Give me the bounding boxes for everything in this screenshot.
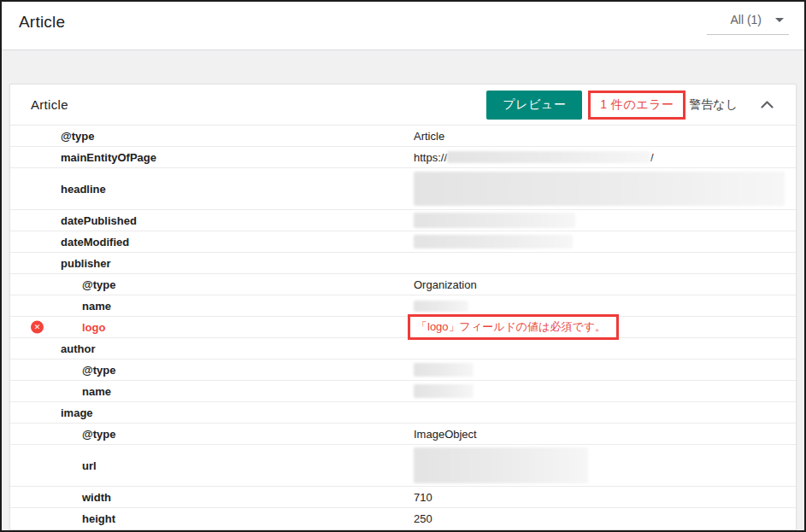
property-row-mainentityofpage: mainEntityOfPagehttps:/// [10,147,796,168]
window: Article All (1) Article プレビュー 1 件のエラー 警告… [0,0,806,532]
property-label: height [82,512,115,525]
property-label: image [61,406,93,419]
value-text: Article [414,130,444,143]
property-row-author: author [10,338,796,360]
property-value-cell [414,235,796,248]
property-label: url [82,459,97,472]
property-label: name [82,300,111,313]
property-value-cell [414,447,796,483]
property-value-cell: Organization [414,278,796,291]
filter-label: All (1) [730,13,762,26]
redacted-value [414,213,575,228]
collapse-chevron-icon[interactable] [761,101,774,108]
property-label-cell: author [10,342,414,355]
content-area: Article プレビュー 1 件のエラー 警告なし @typeArticlem… [2,50,804,530]
error-annotation-box: 1 件のエラー [588,91,685,120]
property-row-type: @type [10,360,796,381]
property-label: author [61,342,95,355]
property-row-width: width710 [10,487,796,508]
property-row-image: image [10,402,796,424]
panel-title: Article [31,97,68,112]
property-value-cell: https:/// [414,151,796,164]
property-label-cell: width [10,491,414,504]
panel-actions: プレビュー 1 件のエラー 警告なし [486,91,782,120]
error-message-annotation-box: 「logo」フィールドの値は必須です。 [408,314,619,340]
property-row-name: name [10,381,796,402]
property-label-cell: @type [10,428,414,441]
property-label: logo [82,321,105,334]
property-label-cell: dateModified [10,236,414,248]
page-header: Article All (1) [2,2,804,50]
redacted-value [447,151,650,163]
property-table: @typeArticlemainEntityOfPagehttps:///hea… [10,126,796,529]
property-value-cell [414,301,796,312]
value-suffix: / [650,151,654,164]
property-value-cell: Article [414,130,796,143]
property-value-cell [414,172,796,206]
property-row-type: @typeOrganization [10,274,796,295]
property-row-type: @typeImageObject [10,424,796,445]
value-text: ImageObject [414,428,477,441]
error-icon: ✕ [31,321,44,334]
property-value-cell [414,384,796,398]
redacted-value [414,172,785,206]
property-label-cell: url [10,459,414,472]
error-count-button[interactable]: 1 件のエラー [600,97,674,113]
property-row-type: @typeArticle [10,126,796,147]
property-row-datemodified: dateModified [10,231,796,253]
property-row-headline: headline [10,168,796,210]
property-label: @type [82,278,115,291]
property-row-height: height250 [10,508,796,529]
property-label-cell: datePublished [10,214,414,227]
property-row-datepublished: datePublished [10,210,796,231]
property-label-cell: logo [10,321,414,334]
property-label: @type [82,428,115,441]
property-label: mainEntityOfPage [61,151,156,164]
value-text: 250 [414,512,432,525]
property-value-cell [414,363,796,377]
redacted-value [414,301,468,312]
result-filter-dropdown[interactable]: All (1) [707,11,789,35]
property-label: dateModified [61,236,129,248]
property-label-cell: mainEntityOfPage [10,151,414,164]
property-value-cell: 250 [414,512,796,525]
property-label: @type [61,130,94,143]
value-text: 710 [414,491,432,504]
panel-header: Article プレビュー 1 件のエラー 警告なし [10,85,796,126]
property-value-cell: 「logo」フィールドの値は必須です。 [414,314,796,340]
property-label: width [82,491,111,504]
dropdown-arrow-icon [775,18,784,22]
property-row-publisher: publisher [10,253,796,274]
property-label: datePublished [61,214,137,227]
property-label: @type [82,364,115,377]
property-value-cell [414,213,796,228]
property-label-cell: headline [10,183,414,196]
value-text: https:// [414,151,447,164]
property-row-logo: ✕logo「logo」フィールドの値は必須です。 [10,317,796,338]
redacted-value [414,235,573,248]
property-value-cell: 710 [414,491,796,504]
property-label: name [82,385,111,398]
property-label-cell: height [10,512,414,525]
property-value-cell: ImageObject [414,428,796,441]
redacted-value [414,447,588,483]
article-result-panel: Article プレビュー 1 件のエラー 警告なし @typeArticlem… [9,84,797,530]
property-label-cell: @type [10,130,414,143]
redacted-value [414,363,474,377]
warnings-label: 警告なし [689,97,738,113]
page-title: Article [19,11,65,32]
property-label: publisher [61,257,111,270]
property-row-url: url [10,445,796,487]
property-label-cell: @type [10,364,414,377]
property-label-cell: image [10,406,414,419]
property-label: headline [61,183,106,196]
property-label-cell: name [10,300,414,313]
redacted-value [414,384,474,398]
property-label-cell: @type [10,278,414,291]
property-label-cell: publisher [10,257,414,270]
value-text: Organization [414,278,477,291]
error-message: 「logo」フィールドの値は必須です。 [416,320,606,333]
property-label-cell: name [10,385,414,398]
preview-button[interactable]: プレビュー [486,91,582,120]
